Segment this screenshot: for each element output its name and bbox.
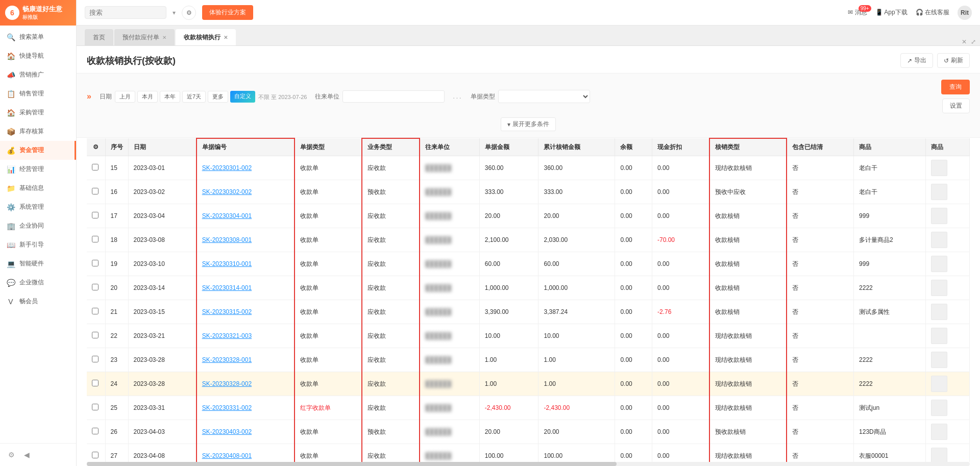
sidebar-item-marketing[interactable]: 📣 营销推广 bbox=[0, 65, 76, 84]
row-checkbox[interactable] bbox=[92, 356, 99, 362]
cell-voucher-no[interactable]: SK-20230308-001 bbox=[197, 228, 295, 252]
cell-goods2 bbox=[926, 324, 970, 348]
sidebar-item-member[interactable]: V 畅会员 bbox=[0, 292, 76, 311]
scrollbar-thumb[interactable] bbox=[87, 462, 617, 466]
cell-voucher-no[interactable]: SK-20230302-002 bbox=[197, 180, 295, 204]
tab-expand-icon[interactable]: ⤢ bbox=[971, 38, 976, 45]
sidebar-collapse-button[interactable]: ◀ bbox=[20, 449, 33, 461]
sidebar-item-finance[interactable]: 💰 资金管理 bbox=[0, 141, 76, 160]
cell-biz-type: 应收款 bbox=[362, 396, 420, 420]
expand-icon: ▾ bbox=[507, 121, 510, 128]
row-checkbox[interactable] bbox=[92, 380, 99, 386]
cell-verified: 60.00 bbox=[538, 252, 615, 276]
this-month-btn[interactable]: 本月 bbox=[137, 91, 158, 103]
header-gear-button[interactable]: ⚙ bbox=[182, 6, 196, 20]
filter-toggle-arrow[interactable]: » bbox=[87, 92, 91, 101]
tab-prepay[interactable]: 预付款应付单 ✕ bbox=[114, 29, 175, 45]
sidebar-item-wechat[interactable]: 💬 企业微信 bbox=[0, 273, 76, 292]
row-checkbox[interactable] bbox=[92, 404, 99, 410]
sidebar-bottom: ⚙ ◀ bbox=[0, 443, 76, 466]
row-checkbox[interactable] bbox=[92, 236, 99, 242]
main-area: ▾ ⚙ 体验行业方案 ✉ 消息 99+ 📱 App下载 🎧 在线客服 Rit 首… bbox=[77, 0, 980, 466]
sidebar-item-enterprise[interactable]: 🏢 企业协同 bbox=[0, 216, 76, 235]
horizontal-scrollbar[interactable] bbox=[87, 462, 970, 466]
cell-voucher-no[interactable]: SK-20230331-002 bbox=[197, 396, 295, 420]
header-dropdown-icon[interactable]: ▾ bbox=[173, 9, 176, 16]
cell-balance: 0.00 bbox=[615, 348, 652, 372]
row-checkbox[interactable] bbox=[92, 284, 99, 290]
sidebar-item-inventory[interactable]: 📦 库存核算 bbox=[0, 122, 76, 141]
cell-voucher-no[interactable]: SK-20230328-001 bbox=[197, 348, 295, 372]
user-avatar[interactable]: Rit bbox=[958, 6, 972, 20]
row-checkbox[interactable] bbox=[92, 164, 99, 170]
cell-verify-type: 收款核销 bbox=[709, 276, 787, 300]
sidebar-item-operations[interactable]: 📊 经营管理 bbox=[0, 160, 76, 179]
cell-voucher-no[interactable]: SK-20230310-001 bbox=[197, 252, 295, 276]
cell-voucher-no[interactable]: SK-20230304-001 bbox=[197, 204, 295, 228]
cell-goods2 bbox=[926, 156, 970, 180]
online-service-button[interactable]: 🎧 在线客服 bbox=[916, 8, 949, 17]
cell-voucher-no[interactable]: SK-20230403-002 bbox=[197, 420, 295, 444]
row-checkbox[interactable] bbox=[92, 212, 99, 218]
cell-voucher-no[interactable]: SK-20230408-001 bbox=[197, 444, 295, 462]
row-checkbox[interactable] bbox=[92, 308, 99, 314]
row-checkbox[interactable] bbox=[92, 452, 99, 458]
finance-icon: 💰 bbox=[6, 146, 15, 155]
sidebar-gear-button[interactable]: ⚙ bbox=[5, 449, 17, 461]
refresh-button[interactable]: ↺ 刷新 bbox=[937, 53, 970, 68]
cell-voucher-no[interactable]: SK-20230321-003 bbox=[197, 324, 295, 348]
tab-collection[interactable]: 收款核销执行 ✕ bbox=[176, 29, 236, 45]
cell-partner: ██████ bbox=[420, 204, 479, 228]
last-7days-btn[interactable]: 近7天 bbox=[182, 91, 206, 103]
cell-include-settled: 否 bbox=[787, 420, 853, 444]
sidebar-item-system[interactable]: ⚙️ 系统管理 bbox=[0, 198, 76, 216]
cell-voucher-no[interactable]: SK-20230314-001 bbox=[197, 276, 295, 300]
export-button[interactable]: ↗ 导出 bbox=[900, 53, 933, 68]
row-checkbox[interactable] bbox=[92, 428, 99, 434]
settings-button[interactable]: 设置 bbox=[942, 99, 970, 113]
goods-thumbnail bbox=[931, 328, 947, 344]
this-year-btn[interactable]: 本年 bbox=[160, 91, 180, 103]
sidebar-item-hardware[interactable]: 💻 智能硬件 bbox=[0, 254, 76, 273]
inventory-icon: 📦 bbox=[6, 128, 15, 136]
tab-home[interactable]: 首页 bbox=[85, 29, 113, 45]
cell-verify-type: 收款核销 bbox=[709, 228, 787, 252]
cell-partner: ██████ bbox=[420, 348, 479, 372]
row-checkbox[interactable] bbox=[92, 260, 99, 266]
query-button[interactable]: 查询 bbox=[941, 80, 970, 94]
partner-input[interactable] bbox=[342, 90, 445, 103]
sidebar-item-search[interactable]: 🔍 搜索菜单 bbox=[0, 28, 76, 46]
app-download-button[interactable]: 📱 App下载 bbox=[875, 8, 908, 17]
expand-conditions-button[interactable]: ▾ 展开更多条件 bbox=[501, 117, 556, 131]
cell-amount: 20.00 bbox=[479, 204, 538, 228]
sidebar-item-basic[interactable]: 📁 基础信息 bbox=[0, 179, 76, 198]
cell-voucher-type: 收款单 bbox=[295, 444, 362, 462]
voucher-type-select[interactable] bbox=[498, 90, 590, 103]
tab-prepay-close[interactable]: ✕ bbox=[162, 35, 166, 40]
cell-goods2 bbox=[926, 180, 970, 204]
cell-include-settled: 否 bbox=[787, 276, 853, 300]
sidebar-item-guide[interactable]: 📖 新手引导 bbox=[0, 235, 76, 254]
custom-date-btn[interactable]: 自定义 bbox=[230, 91, 255, 103]
cell-partner: ██████ bbox=[420, 276, 479, 300]
sidebar-item-quick[interactable]: 🏠 快捷导航 bbox=[0, 46, 76, 65]
cell-amount: 60.00 bbox=[479, 252, 538, 276]
cell-cash-discount: 0.00 bbox=[652, 444, 709, 462]
last-month-btn[interactable]: 上月 bbox=[115, 91, 135, 103]
sidebar-item-purchase[interactable]: 🏠 采购管理 bbox=[0, 103, 76, 122]
notification-button[interactable]: ✉ 消息 99+ bbox=[848, 8, 867, 17]
th-settings[interactable]: ⚙ bbox=[87, 138, 105, 156]
header-search-input[interactable] bbox=[85, 6, 166, 19]
tab-collection-close[interactable]: ✕ bbox=[224, 35, 228, 40]
cell-voucher-no[interactable]: SK-20230301-002 bbox=[197, 156, 295, 180]
cell-date: 2023-04-08 bbox=[128, 444, 197, 462]
tab-close-all-icon[interactable]: ✕ bbox=[962, 38, 967, 45]
cell-voucher-no[interactable]: SK-20230328-002 bbox=[197, 372, 295, 396]
cell-no: 21 bbox=[105, 300, 128, 324]
sidebar-item-sales[interactable]: 📋 销售管理 bbox=[0, 84, 76, 103]
more-date-btn[interactable]: 更多 bbox=[208, 91, 228, 103]
row-checkbox[interactable] bbox=[92, 332, 99, 338]
row-checkbox[interactable] bbox=[92, 188, 99, 194]
industry-solution-button[interactable]: 体验行业方案 bbox=[202, 5, 253, 20]
cell-voucher-no[interactable]: SK-20230315-002 bbox=[197, 300, 295, 324]
